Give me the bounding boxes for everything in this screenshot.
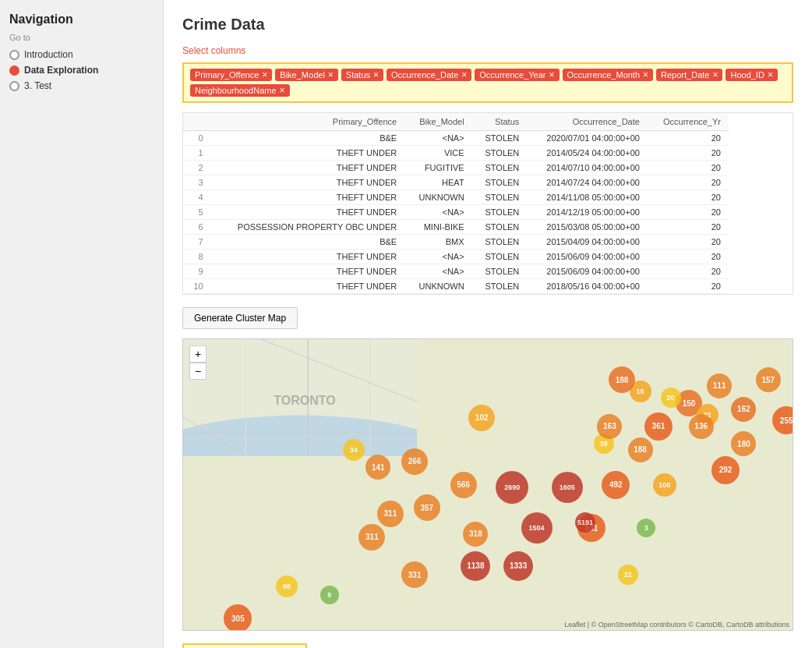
cluster-13[interactable]: 136 bbox=[689, 414, 714, 439]
cell-r9-c2: <NA> bbox=[404, 264, 471, 279]
map-container: TORONTO + − 1510234188150111157255162321… bbox=[182, 338, 793, 631]
cell-r0-c1: B&E bbox=[211, 131, 404, 146]
sidebar-item-test[interactable]: 3. Test bbox=[9, 78, 154, 94]
cell-r2-c4: 2014/07/10 04:00:00+00 bbox=[527, 161, 648, 175]
cluster-2[interactable]: 102 bbox=[468, 405, 495, 431]
cluster-18[interactable]: 163 bbox=[597, 414, 622, 439]
cell-r5-c1: THEFT UNDER bbox=[211, 205, 404, 220]
cell-r0-c5: 20 bbox=[648, 131, 729, 146]
table-row: 0B&E<NA>STOLEN2020/07/01 04:00:00+0020 bbox=[183, 131, 729, 146]
col-header-occurrence-date: Occurrence_Date bbox=[527, 113, 648, 131]
cell-r2-c3: STOLEN bbox=[472, 161, 528, 175]
cluster-3[interactable]: 34 bbox=[343, 439, 365, 461]
cluster-25[interactable]: 141 bbox=[365, 455, 390, 480]
cluster-30[interactable]: 1504 bbox=[521, 512, 553, 544]
cluster-8[interactable]: 255 bbox=[772, 406, 793, 434]
cell-r5-c4: 2014/12/19 05:00:00+00 bbox=[527, 205, 648, 220]
cell-r3-c5: 20 bbox=[648, 175, 729, 190]
cell-r5-c0: 5 bbox=[183, 205, 211, 220]
data-table: Primary_OffenceBike_ModelStatusOccurrenc… bbox=[183, 113, 729, 294]
cluster-36[interactable]: 331 bbox=[401, 561, 428, 588]
zoom-out-button[interactable]: − bbox=[189, 363, 207, 380]
sidebar-goto-label: Go to bbox=[9, 33, 154, 42]
cluster-6[interactable]: 111 bbox=[707, 374, 732, 398]
cell-r6-c5: 20 bbox=[648, 220, 729, 235]
cluster-21[interactable]: 2690 bbox=[496, 471, 528, 504]
cluster-39[interactable]: 22 bbox=[618, 565, 638, 585]
cluster-40[interactable]: 305 bbox=[224, 604, 252, 631]
chip-remove-occurrence_month[interactable]: × bbox=[643, 70, 648, 80]
cell-r7-c3: STOLEN bbox=[472, 235, 528, 250]
chip-occurrence-year: Occurrence_Year× bbox=[475, 69, 559, 81]
cluster-9[interactable]: 162 bbox=[731, 397, 756, 422]
select-columns-link[interactable]: Select columns bbox=[182, 45, 245, 56]
cluster-4[interactable]: 188 bbox=[609, 366, 635, 393]
cluster-7[interactable]: 157 bbox=[756, 367, 781, 392]
cluster-38[interactable]: 9 bbox=[320, 586, 339, 604]
cell-r6-c2: MINI-BIKE bbox=[404, 220, 471, 235]
chip-remove-primary_offence[interactable]: × bbox=[262, 70, 267, 80]
cluster-12[interactable]: 292 bbox=[711, 456, 740, 484]
cluster-33[interactable]: 3 bbox=[637, 519, 655, 537]
cluster-35[interactable]: 1138 bbox=[461, 551, 490, 581]
cell-r2-c2: FUGITIVE bbox=[404, 161, 471, 175]
chip-status: Status× bbox=[341, 69, 383, 81]
chip-remove-report_date[interactable]: × bbox=[712, 70, 718, 80]
col-header-bike-model: Bike_Model bbox=[404, 113, 471, 131]
cluster-24[interactable]: 108 bbox=[653, 473, 676, 497]
generate-cluster-map-button[interactable]: Generate Cluster Map bbox=[182, 307, 298, 329]
cell-r3-c2: HEAT bbox=[404, 175, 471, 190]
sidebar-label-test: 3. Test bbox=[24, 80, 51, 91]
data-table-wrapper: Primary_OffenceBike_ModelStatusOccurrenc… bbox=[182, 112, 793, 295]
chip-remove-hood_id[interactable]: × bbox=[768, 70, 773, 80]
cell-r7-c0: 7 bbox=[183, 235, 211, 250]
cell-r6-c4: 2015/03/08 05:00:00+00 bbox=[527, 220, 648, 235]
cell-r10-c3: STOLEN bbox=[472, 279, 528, 294]
sidebar-label-data-exploration: Data Exploration bbox=[24, 65, 98, 76]
cluster-19[interactable]: 266 bbox=[401, 448, 428, 475]
cluster-32[interactable]: 5191 bbox=[575, 512, 595, 533]
radio-data-exploration bbox=[9, 66, 19, 76]
cluster-27[interactable]: 311 bbox=[377, 501, 404, 527]
cluster-20[interactable]: 566 bbox=[450, 472, 477, 498]
chip-remove-bike_model[interactable]: × bbox=[328, 70, 334, 80]
cell-r8-c4: 2015/06/09 04:00:00+00 bbox=[527, 250, 648, 264]
cell-r9-c0: 9 bbox=[183, 264, 211, 279]
chip-remove-occurrence_date[interactable]: × bbox=[461, 70, 467, 80]
chip-hood-id: Hood_ID× bbox=[726, 69, 777, 81]
cell-r10-c1: THEFT UNDER bbox=[211, 279, 404, 294]
cell-r2-c0: 2 bbox=[183, 161, 211, 175]
map-attribution: Leaflet | © OpenStreetMap contributors ©… bbox=[564, 621, 789, 629]
cell-r0-c4: 2020/07/01 04:00:00+00 bbox=[527, 131, 648, 146]
cluster-14[interactable]: 361 bbox=[644, 413, 673, 441]
chip-remove-neighbourhoodname[interactable]: × bbox=[280, 86, 285, 95]
chip-remove-occurrence_year[interactable]: × bbox=[549, 70, 554, 80]
cell-r4-c1: THEFT UNDER bbox=[211, 190, 404, 205]
cell-r1-c5: 20 bbox=[648, 146, 729, 161]
cluster-23[interactable]: 492 bbox=[602, 471, 630, 499]
cell-r3-c0: 3 bbox=[183, 175, 211, 190]
sidebar-item-data-exploration[interactable]: Data Exploration bbox=[9, 62, 154, 78]
chip-primary-offence: Primary_Offence× bbox=[190, 69, 272, 81]
cluster-28[interactable]: 311 bbox=[358, 524, 385, 551]
sidebar-item-introduction[interactable]: Introduction bbox=[9, 47, 154, 62]
cluster-1[interactable] bbox=[235, 366, 252, 383]
cell-r6-c0: 6 bbox=[183, 220, 211, 235]
cell-r4-c0: 4 bbox=[183, 190, 211, 205]
cluster-16[interactable]: 20 bbox=[661, 388, 681, 408]
zoom-in-button[interactable]: + bbox=[189, 345, 207, 363]
cell-r2-c5: 20 bbox=[648, 161, 729, 175]
cluster-11[interactable]: 180 bbox=[731, 431, 756, 456]
chip-occurrence-month: Occurrence_Month× bbox=[563, 69, 654, 81]
cluster-26[interactable]: 357 bbox=[414, 494, 440, 521]
generate-cluster-map2-button[interactable]: Generate Cluster Map 2 bbox=[182, 643, 307, 648]
chip-remove-status[interactable]: × bbox=[373, 70, 379, 80]
cluster-37[interactable]: 98 bbox=[276, 575, 298, 597]
cluster-15[interactable]: 188 bbox=[628, 437, 653, 462]
cluster-34[interactable]: 1333 bbox=[503, 551, 533, 581]
cell-r1-c3: STOLEN bbox=[472, 146, 528, 161]
cell-r8-c1: THEFT UNDER bbox=[211, 250, 404, 264]
cluster-29[interactable]: 318 bbox=[463, 522, 488, 547]
cluster-22[interactable]: 1605 bbox=[552, 472, 583, 503]
cell-r0-c2: <NA> bbox=[404, 131, 471, 146]
